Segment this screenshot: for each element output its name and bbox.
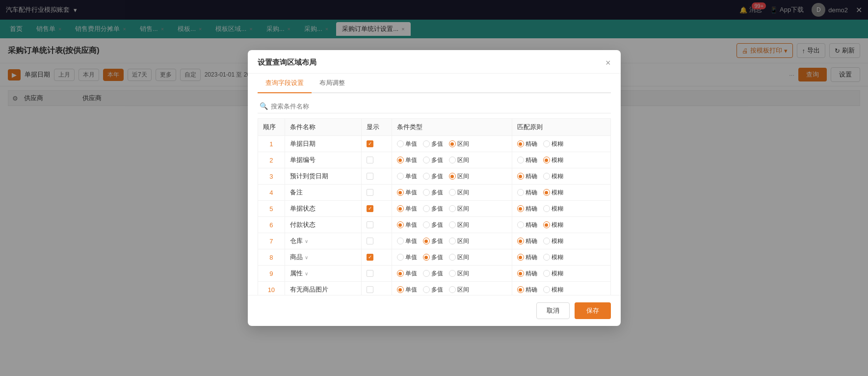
row-0-type-区间[interactable]: 区间	[449, 140, 469, 148]
row-0-show-checkbox[interactable]	[367, 140, 373, 147]
row-9-type-多值[interactable]: 多值	[423, 286, 443, 294]
row-9-type-区间[interactable]: 区间	[449, 286, 469, 294]
row-1-match-精确[interactable]: 精确	[517, 156, 537, 164]
row-3-type-多值-radio[interactable]	[423, 189, 430, 196]
row-5-match-精确[interactable]: 精确	[517, 221, 537, 229]
row-3-type-区间-radio[interactable]	[449, 189, 456, 196]
row-8-type-多值[interactable]: 多值	[423, 269, 443, 278]
row-9-match-模糊-radio[interactable]	[543, 286, 550, 293]
row-0-type-单值-radio[interactable]	[397, 140, 404, 147]
row-2-match-模糊[interactable]: 模糊	[543, 172, 563, 181]
row-9-type-区间-radio[interactable]	[449, 286, 456, 293]
row-4-type-多值-radio[interactable]	[423, 205, 430, 212]
row-3-type-单值[interactable]: 单值	[397, 188, 417, 197]
row-1-match-模糊-radio[interactable]	[543, 157, 550, 163]
row-3-match-模糊[interactable]: 模糊	[543, 188, 563, 197]
row-0-match-精确-radio[interactable]	[517, 140, 524, 147]
row-2-type-多值-radio[interactable]	[423, 173, 430, 180]
row-1-type-多值[interactable]: 多值	[423, 156, 443, 164]
row-6-type-区间[interactable]: 区间	[449, 237, 469, 245]
row-4-type-多值[interactable]: 多值	[423, 205, 443, 213]
row-5-match-精确-radio[interactable]	[517, 221, 524, 228]
row-8-match-模糊[interactable]: 模糊	[543, 269, 563, 278]
row-2-type-区间[interactable]: 区间	[449, 172, 469, 181]
row-1-match-精确-radio[interactable]	[517, 157, 524, 163]
row-2-type-单值[interactable]: 单值	[397, 172, 417, 181]
row-7-match-精确-radio[interactable]	[517, 254, 524, 261]
row-3-match-模糊-radio[interactable]	[543, 189, 550, 196]
row-4-type-单值[interactable]: 单值	[397, 205, 417, 213]
row-8-type-区间-radio[interactable]	[449, 270, 456, 277]
row-2-match-精确-radio[interactable]	[517, 173, 524, 180]
row-5-match-模糊[interactable]: 模糊	[543, 221, 563, 229]
row-4-match-精确[interactable]: 精确	[517, 205, 537, 213]
row-7-match-模糊-radio[interactable]	[543, 254, 550, 261]
row-1-type-单值-radio[interactable]	[397, 157, 404, 163]
row-4-match-模糊-radio[interactable]	[543, 205, 550, 212]
row-5-type-区间[interactable]: 区间	[449, 221, 469, 229]
row-9-type-多值-radio[interactable]	[423, 286, 430, 293]
row-8-match-模糊-radio[interactable]	[543, 270, 550, 277]
row-8-expand-icon[interactable]: ∨	[305, 271, 308, 276]
row-7-type-多值-radio[interactable]	[423, 254, 430, 261]
row-2-type-区间-radio[interactable]	[449, 173, 456, 180]
row-0-match-模糊-radio[interactable]	[543, 140, 550, 147]
row-7-type-区间-radio[interactable]	[449, 254, 456, 261]
row-6-type-单值-radio[interactable]	[397, 238, 404, 244]
row-5-type-多值[interactable]: 多值	[423, 221, 443, 229]
row-6-match-模糊-radio[interactable]	[543, 238, 550, 244]
row-1-type-多值-radio[interactable]	[423, 157, 430, 163]
row-0-type-多值[interactable]: 多值	[423, 140, 443, 148]
row-4-show-checkbox[interactable]	[367, 205, 373, 212]
row-9-match-模糊[interactable]: 模糊	[543, 286, 563, 294]
row-6-show-checkbox[interactable]	[367, 238, 373, 244]
row-8-show-checkbox[interactable]	[367, 270, 373, 277]
row-2-type-单值-radio[interactable]	[397, 173, 404, 180]
row-2-match-精确[interactable]: 精确	[517, 172, 537, 181]
row-7-match-精确[interactable]: 精确	[517, 253, 537, 262]
row-0-type-多值-radio[interactable]	[423, 140, 430, 147]
row-3-type-多值[interactable]: 多值	[423, 188, 443, 197]
row-4-type-单值-radio[interactable]	[397, 205, 404, 212]
row-9-show-checkbox[interactable]	[367, 286, 373, 293]
row-7-type-多值[interactable]: 多值	[423, 253, 443, 262]
row-9-type-单值-radio[interactable]	[397, 286, 404, 293]
row-2-show-checkbox[interactable]	[367, 173, 373, 180]
row-6-match-模糊[interactable]: 模糊	[543, 237, 563, 245]
row-8-match-精确[interactable]: 精确	[517, 269, 537, 278]
row-9-type-单值[interactable]: 单值	[397, 286, 417, 294]
row-3-show-checkbox[interactable]	[367, 189, 373, 196]
row-3-type-单值-radio[interactable]	[397, 189, 404, 196]
row-5-show-checkbox[interactable]	[367, 221, 373, 228]
row-5-type-多值-radio[interactable]	[423, 221, 430, 228]
row-7-expand-icon[interactable]: ∨	[305, 255, 308, 260]
row-4-match-模糊[interactable]: 模糊	[543, 205, 563, 213]
config-table-scroll[interactable]: 顺序 条件名称 显示 条件类型 匹配原则 1单据日期单值多值区间精确模糊2单据编…	[258, 118, 611, 295]
row-7-type-单值-radio[interactable]	[397, 254, 404, 261]
row-4-type-区间-radio[interactable]	[449, 205, 456, 212]
row-1-match-模糊[interactable]: 模糊	[543, 156, 563, 164]
row-8-type-单值-radio[interactable]	[397, 270, 404, 277]
row-1-show-checkbox[interactable]	[367, 157, 373, 163]
row-0-match-精确[interactable]: 精确	[517, 140, 537, 148]
save-button[interactable]: 保存	[575, 302, 611, 319]
row-6-type-多值-radio[interactable]	[423, 238, 430, 244]
search-input[interactable]	[271, 103, 369, 110]
row-5-type-区间-radio[interactable]	[449, 221, 456, 228]
dialog-close-button[interactable]: ×	[605, 58, 611, 67]
row-2-match-模糊-radio[interactable]	[543, 173, 550, 180]
row-2-type-多值[interactable]: 多值	[423, 172, 443, 181]
row-0-match-模糊[interactable]: 模糊	[543, 140, 563, 148]
row-0-type-单值[interactable]: 单值	[397, 140, 417, 148]
row-1-type-区间-radio[interactable]	[449, 157, 456, 163]
row-6-match-精确[interactable]: 精确	[517, 237, 537, 245]
row-4-type-区间[interactable]: 区间	[449, 205, 469, 213]
row-1-type-单值[interactable]: 单值	[397, 156, 417, 164]
row-3-match-精确[interactable]: 精确	[517, 188, 537, 197]
row-4-match-精确-radio[interactable]	[517, 205, 524, 212]
row-1-type-区间[interactable]: 区间	[449, 156, 469, 164]
row-5-match-模糊-radio[interactable]	[543, 221, 550, 228]
row-7-type-区间[interactable]: 区间	[449, 253, 469, 262]
row-8-match-精确-radio[interactable]	[517, 270, 524, 277]
row-7-match-模糊[interactable]: 模糊	[543, 253, 563, 262]
